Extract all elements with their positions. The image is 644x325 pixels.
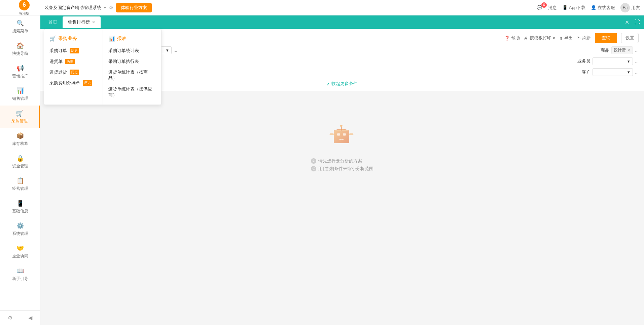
print-arrow: ▾: [553, 36, 555, 41]
sidebar-item-basic[interactable]: 📱 基础信息: [0, 196, 40, 218]
refresh-btn[interactable]: ↻ 刷新: [577, 35, 591, 41]
user-btn[interactable]: Ea 用友: [620, 3, 640, 12]
purchase-expense-history: 历史: [83, 80, 92, 86]
purchase-col-icon: 🛒: [49, 35, 56, 42]
logo-area: 6 标准版: [4, 0, 44, 16]
sidebar-item-nav[interactable]: 🏠 快捷导航: [0, 38, 40, 60]
sidebar-item-guide[interactable]: 📖 新手引导: [0, 263, 40, 286]
system-icon: ⚙️: [16, 222, 24, 230]
inventory-icon: 📦: [16, 132, 24, 139]
sidebar-item-inventory[interactable]: 📦 库存核算: [0, 128, 40, 151]
receive-stats-supplier-item[interactable]: 进货单统计表（按供应商）: [103, 84, 162, 100]
online-service-btn[interactable]: 👤 在线客服: [591, 5, 615, 11]
purchase-business-header: 🛒 采购业务: [44, 33, 103, 45]
logo-icon: 6: [19, 0, 30, 10]
finance-icon: 🔒: [16, 155, 24, 162]
salesperson-label: 业务员: [577, 58, 591, 64]
settings-btn[interactable]: 设置: [621, 33, 639, 43]
purchase-expense-label: 采购费用分摊单: [49, 80, 80, 86]
tip2-text: 用[过滤]条件来缩小分析范围: [318, 165, 373, 172]
help-btn[interactable]: ❓ 帮助: [504, 35, 520, 41]
receive-order-item[interactable]: 进货单 历史: [44, 56, 103, 67]
goods-dots[interactable]: ...: [635, 48, 639, 53]
voucher-status-dots[interactable]: ...: [174, 48, 177, 53]
tab-sales-rank[interactable]: 销售排行榜 ✕: [63, 16, 101, 28]
tab-sales-rank-label: 销售排行榜: [68, 19, 90, 25]
customer-select[interactable]: ▾: [593, 68, 633, 76]
customer-filter: 客户 ▾ ...: [582, 68, 639, 76]
goods-tag-close[interactable]: ✕: [627, 48, 631, 53]
goods-tag-value: 设计费: [614, 47, 626, 53]
export-btn[interactable]: ⬆ 导出: [559, 35, 573, 41]
purchase-col-title: 采购业务: [58, 36, 77, 42]
sidebar-item-system[interactable]: ⚙️ 系统管理: [0, 218, 40, 241]
empty-state: ① 请先选择要分析的方案 ② 用[过滤]条件来缩小分析范围: [40, 91, 644, 200]
purchase-icon: 🛒: [16, 110, 23, 117]
sidebar-item-purchase[interactable]: 🛒 采购管理: [0, 106, 40, 128]
help-icon: ❓: [504, 36, 510, 41]
sidebar-item-enterprise[interactable]: 🤝 企业协同: [0, 241, 40, 263]
receive-stats-supplier-label: 进货单统计表（按供应商）: [108, 86, 156, 98]
purchase-order-item[interactable]: 采购订单 历史: [44, 45, 103, 56]
return-goods-item[interactable]: 进货退货 历史: [44, 67, 103, 78]
sidebar-item-marketing[interactable]: 📢 营销推广: [0, 60, 40, 83]
sidebar-label-basic: 基础信息: [12, 208, 28, 214]
sidebar-label-purchase: 采购管理: [11, 118, 28, 124]
sidebar-item-sales[interactable]: 📊 销售管理: [0, 83, 40, 106]
sidebar: 🔍 搜索菜单 🏠 快捷导航 📢 营销推广 📊 销售管理 🛒 采购管理 📦 库存核…: [0, 15, 40, 325]
print-btn[interactable]: 🖨 按模板打印 ▾: [524, 35, 555, 41]
salesperson-select[interactable]: ▾: [593, 57, 633, 65]
tab-close-window-btn[interactable]: ✕: [623, 18, 631, 27]
empty-tip-1: ① 请先选择要分析的方案: [311, 157, 373, 165]
sidebar-settings-btn[interactable]: ⚙: [5, 313, 15, 322]
salesperson-dots[interactable]: ...: [635, 59, 639, 64]
purchase-order-stats-label: 采购订单统计表: [108, 48, 139, 54]
system-dropdown-arrow[interactable]: ▾: [104, 5, 106, 10]
system-title: 装备及固定资产辅助管理系统: [44, 5, 101, 11]
return-goods-label: 进货退货: [49, 69, 67, 75]
export-label: 导出: [564, 35, 573, 41]
purchase-order-stats-item[interactable]: 采购订单统计表: [103, 45, 162, 56]
sidebar-item-operation[interactable]: 📋 经营管理: [0, 173, 40, 196]
sidebar-label-sales: 销售管理: [12, 96, 28, 101]
industry-btn[interactable]: 体验行业方案: [116, 3, 152, 12]
app-download-btn[interactable]: 📱 App下载: [562, 5, 585, 11]
tab-home[interactable]: 首页: [43, 16, 63, 28]
header-right: 💬 6 消息 📱 App下载 👤 在线客服 Ea 用友: [537, 3, 640, 12]
sidebar-item-search[interactable]: 🔍 搜索菜单: [0, 15, 40, 38]
tab-maximize-btn[interactable]: ⛶: [633, 18, 641, 27]
message-btn[interactable]: 💬 6 消息: [537, 5, 557, 11]
svg-rect-2: [343, 133, 346, 136]
query-btn[interactable]: 查询: [595, 33, 617, 43]
tab-close-icon[interactable]: ✕: [92, 20, 95, 25]
return-goods-history: 历史: [70, 70, 79, 75]
app-label: App下载: [569, 5, 585, 11]
service-icon: 👤: [591, 5, 596, 10]
sidebar-item-finance[interactable]: 🔒 资金管理: [0, 151, 40, 173]
tip1-num: ①: [311, 158, 316, 164]
header-settings-icon[interactable]: ⚙: [109, 4, 113, 11]
purchase-expense-item[interactable]: 采购费用分摊单 历史: [44, 78, 103, 88]
customer-dots[interactable]: ...: [635, 70, 639, 75]
basic-icon: 📱: [16, 200, 24, 207]
sidebar-label-inventory: 库存核算: [12, 141, 28, 147]
header-center: 装备及固定资产辅助管理系统 ▾ ⚙ 体验行业方案: [44, 3, 537, 12]
sidebar-label-system: 系统管理: [12, 231, 28, 237]
purchase-order-exec-item[interactable]: 采购订单执行表: [103, 56, 162, 67]
sidebar-label-finance: 资金管理: [12, 163, 28, 169]
sidebar-collapse-btn[interactable]: ◀: [26, 313, 35, 322]
refresh-icon: ↻: [577, 36, 581, 41]
svg-point-4: [340, 125, 343, 127]
sales-icon: 📊: [16, 87, 24, 94]
receive-order-label: 进货单: [49, 58, 63, 65]
svg-rect-0: [334, 131, 349, 144]
sidebar-label-nav: 快捷导航: [12, 51, 28, 56]
sidebar-label-enterprise: 企业协同: [12, 253, 28, 259]
tab-bar: 首页 销售排行榜 ✕ ✕ ⛶: [40, 15, 644, 29]
report-col-title: 报表: [117, 36, 127, 42]
salesperson-arrow: ▾: [628, 59, 630, 64]
receive-stats-goods-label: 进货单统计表（按商品）: [108, 69, 156, 81]
avatar: Ea: [620, 3, 630, 12]
tab-home-label: 首页: [48, 19, 57, 25]
receive-stats-goods-item[interactable]: 进货单统计表（按商品）: [103, 67, 162, 84]
